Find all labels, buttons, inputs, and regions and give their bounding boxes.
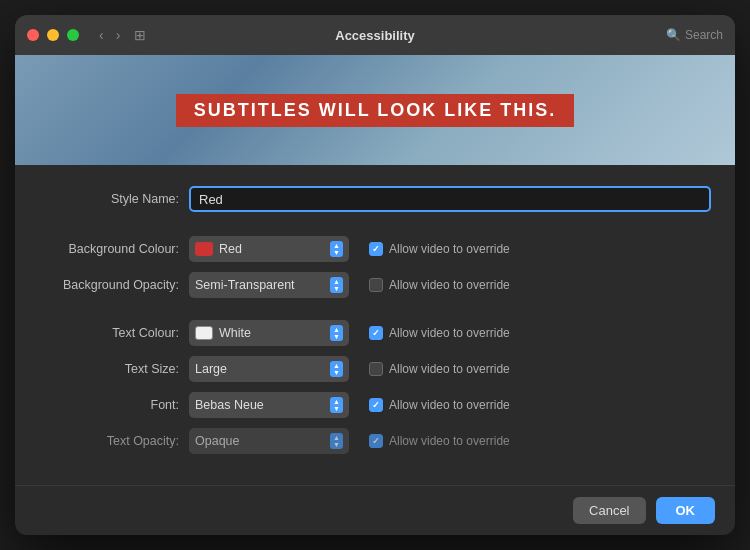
background-colour-swatch	[195, 242, 213, 256]
search-icon: 🔍	[666, 28, 681, 42]
chevron-down-icon: ▼	[333, 441, 340, 448]
background-colour-override-label: Allow video to override	[389, 242, 510, 256]
font-override-label: Allow video to override	[389, 398, 510, 412]
font-arrows: ▲ ▼	[330, 397, 343, 413]
chevron-up-icon: ▲	[333, 434, 340, 441]
subtitle-preview-text: SUBTITLES WILL LOOK LIKE THIS.	[176, 94, 575, 127]
text-colour-dropdown[interactable]: White ▲ ▼	[189, 320, 349, 346]
text-colour-override[interactable]: ✓ Allow video to override	[369, 326, 510, 340]
divider-1	[39, 303, 711, 315]
grid-icon[interactable]: ⊞	[134, 27, 146, 43]
checkmark-icon: ✓	[372, 436, 380, 446]
minimize-button[interactable]	[47, 29, 59, 41]
text-opacity-row: Text Opacity: Opaque ▲ ▼ ✓ Allow video t…	[39, 423, 711, 459]
search-label: Search	[685, 28, 723, 42]
background-opacity-override[interactable]: Allow video to override	[369, 278, 510, 292]
text-colour-arrows: ▲ ▼	[330, 325, 343, 341]
text-size-arrows: ▲ ▼	[330, 361, 343, 377]
background-opacity-override-label: Allow video to override	[389, 278, 510, 292]
text-colour-label: Text Colour:	[39, 326, 179, 340]
style-name-row: Style Name:	[39, 181, 711, 217]
form-content: Style Name: Background Colour: Red ▲ ▼ ✓…	[15, 165, 735, 485]
text-colour-value: White	[219, 326, 324, 340]
background-opacity-arrows: ▲ ▼	[330, 277, 343, 293]
font-value: Bebas Neue	[195, 398, 324, 412]
text-size-override[interactable]: Allow video to override	[369, 362, 510, 376]
chevron-up-icon: ▲	[333, 398, 340, 405]
background-colour-override-checkbox[interactable]: ✓	[369, 242, 383, 256]
checkmark-icon: ✓	[372, 400, 380, 410]
chevron-down-icon: ▼	[333, 333, 340, 340]
close-button[interactable]	[27, 29, 39, 41]
background-colour-override[interactable]: ✓ Allow video to override	[369, 242, 510, 256]
traffic-lights	[27, 29, 79, 41]
background-opacity-label: Background Opacity:	[39, 278, 179, 292]
background-colour-label: Background Colour:	[39, 242, 179, 256]
text-size-label: Text Size:	[39, 362, 179, 376]
search-area[interactable]: 🔍 Search	[666, 28, 723, 42]
text-size-dropdown[interactable]: Large ▲ ▼	[189, 356, 349, 382]
accessibility-window: ‹ › ⊞ Accessibility 🔍 Search SUBTITLES W…	[15, 15, 735, 535]
chevron-down-icon: ▼	[333, 285, 340, 292]
text-opacity-value: Opaque	[195, 434, 324, 448]
background-colour-arrows: ▲ ▼	[330, 241, 343, 257]
nav-arrows: ‹ ›	[95, 25, 124, 45]
text-opacity-override[interactable]: ✓ Allow video to override	[369, 434, 510, 448]
subtitle-preview-area: SUBTITLES WILL LOOK LIKE THIS.	[15, 55, 735, 165]
chevron-up-icon: ▲	[333, 326, 340, 333]
font-dropdown[interactable]: Bebas Neue ▲ ▼	[189, 392, 349, 418]
maximize-button[interactable]	[67, 29, 79, 41]
text-opacity-dropdown[interactable]: Opaque ▲ ▼	[189, 428, 349, 454]
background-colour-value: Red	[219, 242, 324, 256]
text-size-value: Large	[195, 362, 324, 376]
chevron-down-icon: ▼	[333, 405, 340, 412]
background-opacity-value: Semi-Transparent	[195, 278, 324, 292]
text-colour-override-checkbox[interactable]: ✓	[369, 326, 383, 340]
text-opacity-override-label: Allow video to override	[389, 434, 510, 448]
titlebar: ‹ › ⊞ Accessibility 🔍 Search	[15, 15, 735, 55]
checkmark-icon: ✓	[372, 328, 380, 338]
text-size-override-checkbox[interactable]	[369, 362, 383, 376]
text-colour-row: Text Colour: White ▲ ▼ ✓ Allow video to …	[39, 315, 711, 351]
background-colour-dropdown[interactable]: Red ▲ ▼	[189, 236, 349, 262]
text-size-row: Text Size: Large ▲ ▼ Allow video to over…	[39, 351, 711, 387]
chevron-down-icon: ▼	[333, 369, 340, 376]
text-size-override-label: Allow video to override	[389, 362, 510, 376]
text-colour-override-label: Allow video to override	[389, 326, 510, 340]
chevron-up-icon: ▲	[333, 362, 340, 369]
font-override[interactable]: ✓ Allow video to override	[369, 398, 510, 412]
back-arrow-icon[interactable]: ‹	[95, 25, 108, 45]
font-label: Font:	[39, 398, 179, 412]
style-name-input[interactable]	[189, 186, 711, 212]
background-opacity-row: Background Opacity: Semi-Transparent ▲ ▼…	[39, 267, 711, 303]
text-opacity-override-checkbox[interactable]: ✓	[369, 434, 383, 448]
checkmark-icon: ✓	[372, 244, 380, 254]
background-opacity-override-checkbox[interactable]	[369, 278, 383, 292]
chevron-down-icon: ▼	[333, 249, 340, 256]
chevron-up-icon: ▲	[333, 278, 340, 285]
text-opacity-label: Text Opacity:	[39, 434, 179, 448]
font-override-checkbox[interactable]: ✓	[369, 398, 383, 412]
window-title: Accessibility	[335, 28, 415, 43]
text-colour-swatch	[195, 326, 213, 340]
forward-arrow-icon[interactable]: ›	[112, 25, 125, 45]
background-colour-row: Background Colour: Red ▲ ▼ ✓ Allow video…	[39, 231, 711, 267]
text-opacity-arrows: ▲ ▼	[330, 433, 343, 449]
ok-button[interactable]: OK	[656, 497, 716, 524]
font-row: Font: Bebas Neue ▲ ▼ ✓ Allow video to ov…	[39, 387, 711, 423]
style-name-label: Style Name:	[39, 192, 179, 206]
chevron-up-icon: ▲	[333, 242, 340, 249]
bottom-bar: Cancel OK	[15, 485, 735, 535]
cancel-button[interactable]: Cancel	[573, 497, 645, 524]
background-opacity-dropdown[interactable]: Semi-Transparent ▲ ▼	[189, 272, 349, 298]
